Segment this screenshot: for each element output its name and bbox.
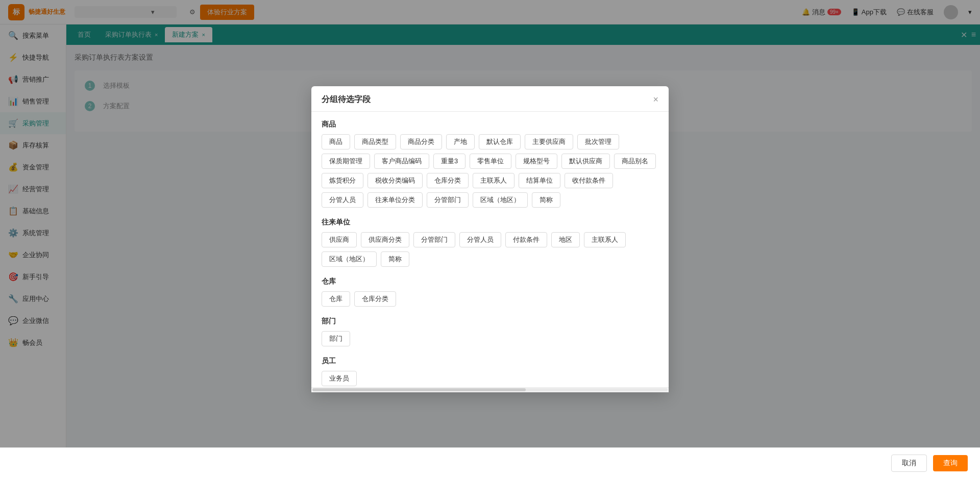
section-product-title: 商品 bbox=[322, 120, 658, 129]
tag-supplier-category[interactable]: 供应商分类 bbox=[361, 232, 409, 247]
tag-default-supplier[interactable]: 默认供应商 bbox=[561, 154, 610, 169]
tag-product[interactable]: 商品 bbox=[322, 134, 350, 149]
modal-title: 分组待选字段 bbox=[322, 94, 371, 105]
modal-overlay: 分组待选字段 × 商品 商品 商品类型 商品分类 产地 默认仓库 主要供应商 批… bbox=[0, 0, 980, 478]
field-select-modal: 分组待选字段 × 商品 商品 商品类型 商品分类 产地 默认仓库 主要供应商 批… bbox=[311, 86, 669, 392]
tag-region-partner[interactable]: 地区 bbox=[551, 232, 580, 247]
tag-warehouse-category[interactable]: 仓库分类 bbox=[427, 173, 469, 188]
tag-payment-condition[interactable]: 付款条件 bbox=[505, 232, 547, 247]
tag-shelf-life[interactable]: 保质期管理 bbox=[322, 154, 370, 169]
tag-weight3[interactable]: 重量3 bbox=[433, 154, 465, 169]
tag-tax-category-code[interactable]: 税收分类编码 bbox=[368, 173, 423, 188]
tag-customer-product-code[interactable]: 客户商品编码 bbox=[374, 154, 429, 169]
tag-smelting-points[interactable]: 炼货积分 bbox=[322, 173, 363, 188]
section-warehouse: 仓库 仓库 仓库分类 bbox=[322, 277, 658, 307]
tag-region-area-partner[interactable]: 区域（地区） bbox=[322, 251, 377, 267]
tag-supplier[interactable]: 供应商 bbox=[322, 232, 357, 247]
tag-short-name-partner[interactable]: 简称 bbox=[381, 251, 409, 267]
product-tags: 商品 商品类型 商品分类 产地 默认仓库 主要供应商 批次管理 保质期管理 客户… bbox=[322, 134, 658, 208]
tag-warehouse-category2[interactable]: 仓库分类 bbox=[354, 291, 396, 307]
tag-short-name-product[interactable]: 简称 bbox=[532, 192, 560, 208]
tag-region-product[interactable]: 区域（地区） bbox=[473, 192, 528, 208]
tag-main-contact-partner[interactable]: 主联系人 bbox=[584, 232, 626, 247]
tag-warehouse[interactable]: 仓库 bbox=[322, 291, 350, 307]
tag-partner-category[interactable]: 往来单位分类 bbox=[368, 192, 423, 208]
partner-tags: 供应商 供应商分类 分管部门 分管人员 付款条件 地区 主联系人 区域（地区） … bbox=[322, 232, 658, 267]
tag-spec-model[interactable]: 规格型号 bbox=[516, 154, 557, 169]
tag-dept[interactable]: 分管部门 bbox=[427, 192, 469, 208]
tag-product-category[interactable]: 商品分类 bbox=[400, 134, 442, 149]
section-warehouse-title: 仓库 bbox=[322, 277, 658, 286]
scrollbar-thumb bbox=[312, 388, 526, 391]
tag-payment-terms[interactable]: 收付款条件 bbox=[565, 173, 613, 188]
warehouse-tags: 仓库 仓库分类 bbox=[322, 291, 658, 307]
modal-header: 分组待选字段 × bbox=[311, 86, 669, 112]
scrollbar-track bbox=[312, 388, 668, 391]
tag-default-warehouse[interactable]: 默认仓库 bbox=[479, 134, 521, 149]
tag-department[interactable]: 部门 bbox=[322, 331, 350, 346]
section-department-title: 部门 bbox=[322, 317, 658, 326]
section-partner: 往来单位 供应商 供应商分类 分管部门 分管人员 付款条件 地区 主联系人 区域… bbox=[322, 218, 658, 267]
tag-product-type[interactable]: 商品类型 bbox=[354, 134, 396, 149]
section-department: 部门 部门 bbox=[322, 317, 658, 346]
modal-footer: 取消 查询 bbox=[0, 447, 980, 478]
department-tags: 部门 bbox=[322, 331, 658, 346]
tag-retail-unit[interactable]: 零售单位 bbox=[470, 154, 511, 169]
section-employee: 员工 业务员 bbox=[322, 357, 658, 386]
tag-product-alias[interactable]: 商品别名 bbox=[614, 154, 656, 169]
modal-body: 商品 商品 商品类型 商品分类 产地 默认仓库 主要供应商 批次管理 保质期管理… bbox=[311, 112, 669, 388]
cancel-button[interactable]: 取消 bbox=[891, 455, 927, 472]
tag-supervisor[interactable]: 分管人员 bbox=[322, 192, 363, 208]
section-employee-title: 员工 bbox=[322, 357, 658, 366]
section-partner-title: 往来单位 bbox=[322, 218, 658, 227]
modal-scrollbar[interactable] bbox=[311, 387, 669, 392]
modal-close-button[interactable]: × bbox=[653, 94, 658, 105]
tag-main-supplier[interactable]: 主要供应商 bbox=[525, 134, 573, 149]
tag-salesperson[interactable]: 业务员 bbox=[322, 371, 357, 386]
tag-origin[interactable]: 产地 bbox=[446, 134, 475, 149]
employee-tags: 业务员 bbox=[322, 371, 658, 386]
tag-supervise-dept[interactable]: 分管部门 bbox=[413, 232, 455, 247]
tag-main-contact[interactable]: 主联系人 bbox=[473, 173, 514, 188]
tag-supervise-person[interactable]: 分管人员 bbox=[459, 232, 501, 247]
confirm-button[interactable]: 查询 bbox=[933, 455, 968, 471]
tag-settlement-unit[interactable]: 结算单位 bbox=[519, 173, 560, 188]
tag-batch-mgmt[interactable]: 批次管理 bbox=[577, 134, 619, 149]
section-product: 商品 商品 商品类型 商品分类 产地 默认仓库 主要供应商 批次管理 保质期管理… bbox=[322, 120, 658, 208]
